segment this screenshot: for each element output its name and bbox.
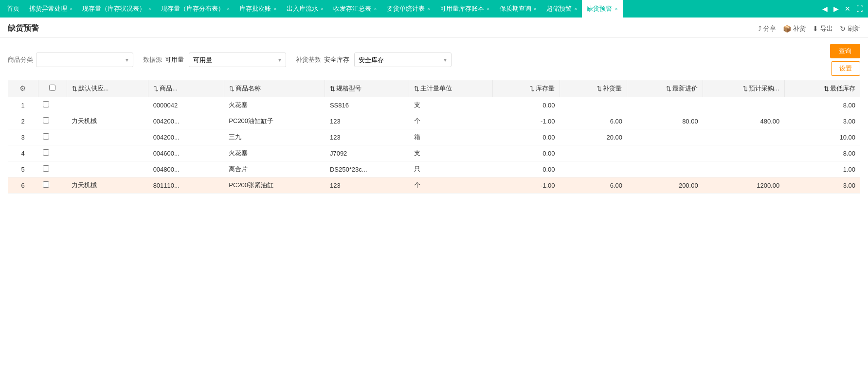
sort-code[interactable]: ⇅ 商品... (153, 84, 178, 93)
table-row: 6力天机械801110...PC200张紧油缸123个-1.006.00200.… (8, 177, 860, 194)
table-row: 4004600...火花塞J7092支0.008.00 (8, 145, 860, 161)
sort-stock[interactable]: ⇅ 库存量 (529, 84, 555, 93)
tab-available-ledger[interactable]: 可用量库存账本 × (435, 0, 494, 18)
tab-stock-dist[interactable]: 现存量（库存分布表） × (156, 0, 235, 18)
tab-inout-flow[interactable]: 出入库流水 × (282, 0, 328, 18)
th-supplier: ⇅ 默认供应... (67, 80, 148, 97)
tab-batch-ledger[interactable]: 库存批次账 × (235, 0, 281, 18)
filter-right-buttons: 查询 设置 (830, 44, 860, 76)
share-button[interactable]: ⤴ 分享 (758, 24, 776, 33)
tab-close-stock-dist[interactable]: × (227, 6, 230, 12)
td-no: 5 (8, 161, 38, 177)
close-window-button[interactable]: ✕ (842, 0, 853, 18)
td-latest-price (627, 97, 703, 113)
td-min-stock: 8.00 (784, 97, 860, 113)
tab-close-inout-flow[interactable]: × (321, 6, 324, 12)
sort-supplier[interactable]: ⇅ 默认供应... (72, 84, 109, 93)
next-tab-button[interactable]: ▶ (831, 0, 842, 18)
table-header-row: ⚙ ⇅ 默认供应... ⇅ 商品... (8, 80, 860, 97)
td-check[interactable] (38, 177, 67, 194)
td-forecast (703, 129, 785, 145)
gear-icon[interactable]: ⚙ (19, 84, 26, 92)
row-checkbox[interactable] (43, 101, 49, 107)
sort-min-stock[interactable]: ⇅ 最低库存 (824, 84, 855, 93)
fullscreen-button[interactable]: ⛶ (853, 0, 866, 18)
tab-shortage[interactable]: 缺货预警 × (582, 0, 622, 18)
td-no: 6 (8, 177, 38, 194)
datasource-select-wrap: 可用量 (189, 53, 286, 67)
tab-close-order-stats[interactable]: × (427, 6, 430, 12)
tab-stock-status[interactable]: 现存量（库存状况表） × (77, 0, 156, 18)
refresh-button[interactable]: ↻ 刷新 (840, 24, 860, 33)
tab-close-shortage[interactable]: × (615, 6, 617, 12)
replenish-base-select[interactable]: 安全库存 (354, 53, 452, 67)
table-row: 5004800...离合片DS250*23c...只0.001.00 (8, 161, 860, 177)
td-min-stock: 3.00 (784, 113, 860, 129)
datasource-select[interactable]: 可用量 (189, 53, 286, 67)
data-table: ⚙ ⇅ 默认供应... ⇅ 商品... (8, 80, 860, 194)
datasource-value: 可用量 (165, 55, 184, 64)
td-spec: 123 (325, 129, 409, 145)
td-name: 离合片 (224, 161, 325, 177)
tab-close-abnormal[interactable]: × (70, 6, 72, 12)
td-min-stock: 3.00 (784, 177, 860, 194)
prev-tab-button[interactable]: ◀ (819, 0, 831, 18)
sort-name[interactable]: ⇅ 商品名称 (229, 84, 261, 93)
row-checkbox[interactable] (43, 165, 49, 172)
tab-home[interactable]: 首页 (2, 0, 24, 18)
select-all-checkbox[interactable] (49, 85, 55, 91)
replenish-button[interactable]: 📦 补货 (783, 24, 806, 33)
export-button[interactable]: ⬇ 导出 (813, 24, 833, 33)
row-checkbox[interactable] (43, 117, 49, 123)
tab-close-batch-ledger[interactable]: × (273, 6, 276, 12)
tab-overstock[interactable]: 超储预警 × (542, 0, 582, 18)
td-latest-price (627, 145, 703, 161)
row-checkbox[interactable] (43, 149, 49, 156)
td-no: 3 (8, 129, 38, 145)
page-actions: ⤴ 分享 📦 补货 ⬇ 导出 ↻ 刷新 (758, 24, 860, 33)
td-check[interactable] (38, 97, 67, 113)
td-latest-price (627, 161, 703, 177)
td-forecast (703, 97, 785, 113)
td-check[interactable] (38, 145, 67, 161)
row-checkbox[interactable] (43, 181, 49, 188)
td-no: 2 (8, 113, 38, 129)
tab-recv-summary[interactable]: 收发存汇总表 × (328, 0, 381, 18)
top-nav: 首页拣货异常处理 ×现存量（库存状况表） ×现存量（库存分布表） ×库存批次账 … (0, 0, 868, 18)
query-button[interactable]: 查询 (830, 44, 860, 58)
th-check[interactable] (38, 80, 67, 97)
setting-button[interactable]: 设置 (831, 61, 860, 76)
sort-latest-price[interactable]: ⇅ 最新进价 (666, 84, 698, 93)
tab-close-overstock[interactable]: × (574, 6, 577, 12)
td-check[interactable] (38, 113, 67, 129)
table-wrap: ⚙ ⇅ 默认供应... ⇅ 商品... (0, 80, 868, 194)
tab-close-available-ledger[interactable]: × (487, 6, 489, 12)
td-unit: 个 (409, 113, 492, 129)
sort-replenish[interactable]: ⇅ 补货量 (597, 84, 622, 93)
tab-close-expiry-query[interactable]: × (534, 6, 537, 12)
th-stock: ⇅ 库存量 (492, 80, 560, 97)
datasource-label: 数据源 (143, 55, 162, 64)
td-no: 4 (8, 145, 38, 161)
tab-expiry-query[interactable]: 保质期查询 × (495, 0, 542, 18)
td-check[interactable] (38, 161, 67, 177)
sort-forecast[interactable]: ⇅ 预计采购... (742, 84, 779, 93)
td-check[interactable] (38, 129, 67, 145)
td-replenish (560, 145, 627, 161)
row-checkbox[interactable] (43, 133, 49, 140)
td-min-stock: 8.00 (784, 145, 860, 161)
td-unit: 箱 (409, 129, 492, 145)
tab-close-recv-summary[interactable]: × (374, 6, 377, 12)
td-replenish: 20.00 (560, 129, 627, 145)
td-name: PC200油缸缸子 (224, 113, 325, 129)
tab-abnormal[interactable]: 拣货异常处理 × (24, 0, 77, 18)
replenish-base-value: 安全库存 (324, 55, 349, 64)
tab-order-stats[interactable]: 要货单统计表 × (382, 0, 435, 18)
sort-unit[interactable]: ⇅ 主计量单位 (414, 84, 452, 93)
td-name: 火花塞 (224, 97, 325, 113)
category-select[interactable] (36, 53, 133, 67)
sort-spec[interactable]: ⇅ 规格型号 (330, 84, 362, 93)
td-spec: 123 (325, 113, 409, 129)
th-settings[interactable]: ⚙ (8, 80, 38, 97)
tab-close-stock-status[interactable]: × (148, 6, 151, 12)
